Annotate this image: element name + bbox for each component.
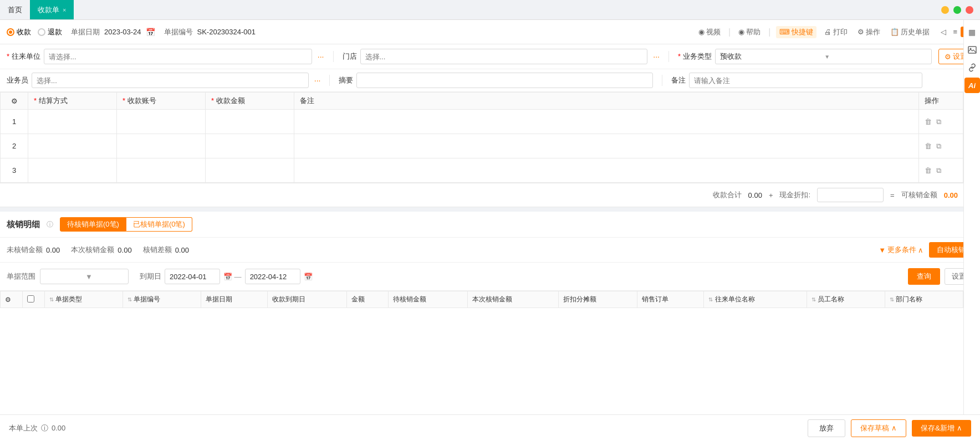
row-settlement-1[interactable] [28, 110, 117, 134]
help-button[interactable]: ◉ 帮助 [736, 26, 763, 38]
row-settlement-3[interactable] [28, 158, 117, 183]
range-filter-group: 单据范围 ▼ [7, 269, 129, 284]
calendar-icon[interactable]: 📅 [146, 28, 155, 37]
range-label: 单据范围 [7, 271, 35, 281]
footer: 本单上次 ⓘ 0.00 放弃 保存草稿 ∧ 保存&新增 ∧ [0, 414, 980, 441]
bottom-col-settings[interactable]: ⚙ [1, 291, 23, 308]
row-remark-1[interactable] [294, 110, 919, 134]
bottom-col-checkbox[interactable] [23, 291, 45, 308]
bottom-col-amount: 金额 [346, 291, 389, 308]
biz-type-label: 业务类型 [678, 52, 712, 61]
remark-input[interactable] [689, 73, 922, 88]
row-ops-2: 🗑 ⧉ [919, 134, 963, 158]
col-header-ops: 操作 [919, 93, 963, 110]
filter-icon: ▼ [879, 246, 886, 254]
window-controls [941, 6, 980, 14]
divider-3 [329, 75, 330, 86]
bottom-col-counterparty: ⇅ 往来单位名称 [704, 291, 807, 308]
row-delete-icon-1[interactable]: 🗑 [923, 116, 933, 127]
row-copy-icon-2[interactable]: ⧉ [935, 141, 942, 151]
recon-header: 核销明细 ⓘ 待核销单据(0笔) 已核销单据(0笔) [0, 212, 980, 238]
tab-close-icon[interactable]: × [63, 7, 66, 13]
range-select[interactable]: ▼ [40, 269, 129, 284]
receipt-type-radio-group: 收款 退款 [7, 27, 62, 37]
tab-receipt[interactable]: 收款单 × [30, 0, 74, 19]
row-account-2[interactable] [117, 134, 206, 158]
row-remark-3[interactable] [294, 158, 919, 183]
counterparty-input[interactable] [44, 49, 312, 64]
sidebar-link-icon[interactable] [964, 60, 980, 75]
window-close-button[interactable] [966, 6, 973, 14]
summary-input[interactable] [356, 73, 652, 88]
shortcut-button[interactable]: ⌨ 快捷键 [776, 26, 816, 38]
row-remark-2[interactable] [294, 134, 919, 158]
staff-input[interactable] [32, 73, 309, 88]
row-copy-icon-1[interactable]: ⧉ [935, 116, 942, 127]
biz-type-arrow-icon: ▼ [824, 54, 927, 60]
radio-receipt[interactable]: 收款 [7, 27, 31, 37]
bottom-col-pending: 待核销金额 [389, 291, 467, 308]
save-new-button[interactable]: 保存&新增 ∧ [912, 420, 971, 437]
divider-1 [333, 51, 334, 62]
row-amount-2[interactable] [206, 134, 294, 158]
history-button[interactable]: 📋 历史单据 [888, 26, 932, 38]
row-delete-icon-2[interactable]: 🗑 [923, 141, 933, 151]
tab-home[interactable]: 首页 [0, 0, 30, 19]
recon-title: 核销明细 [7, 219, 40, 230]
footer-info-icon: ⓘ [41, 423, 48, 433]
footer-info-label: 本单上次 [9, 423, 38, 433]
col-header-settings[interactable]: ⚙ [1, 93, 28, 110]
bottom-col-doc-date: 单据日期 [201, 291, 268, 308]
row-delete-icon-3[interactable]: 🗑 [923, 165, 933, 176]
view-list-button[interactable]: ◁ [937, 27, 950, 37]
sidebar-ai-icon[interactable]: Ai [964, 78, 980, 93]
row-amount-1[interactable] [206, 110, 294, 134]
select-all-checkbox[interactable] [27, 295, 34, 302]
date-to-calendar-icon[interactable]: 📅 [304, 273, 313, 281]
bottom-col-staff: ⇅ 员工名称 [807, 291, 885, 308]
recon-info-icon[interactable]: ⓘ [47, 220, 53, 229]
table-container: ⚙ 结算方式 收款账号 收款金额 备注 操作 1 [0, 92, 980, 183]
ops-button[interactable]: ⚙ 操作 [855, 26, 882, 38]
footer-info-value: 0.00 [52, 424, 65, 432]
window-min-button[interactable] [941, 6, 949, 14]
window-max-button[interactable] [953, 6, 961, 14]
discard-button[interactable]: 放弃 [808, 419, 845, 437]
print-button[interactable]: 🖨 打印 [822, 26, 850, 38]
date-from-input[interactable] [165, 269, 220, 284]
staff-more-icon[interactable]: ··· [314, 76, 321, 85]
video-icon: ◉ [698, 28, 705, 36]
save-draft-button[interactable]: 保存草稿 ∧ [851, 419, 906, 437]
radio-receipt-label: 收款 [17, 27, 31, 37]
table-row: 3 🗑 ⧉ [1, 158, 963, 183]
query-button[interactable]: 查询 [908, 268, 940, 285]
row-settlement-2[interactable] [28, 134, 117, 158]
store-input[interactable] [360, 49, 648, 64]
radio-refund[interactable]: 退款 [38, 27, 62, 37]
row-copy-icon-3[interactable]: ⧉ [935, 165, 942, 176]
discount-input[interactable] [817, 188, 884, 202]
row-account-3[interactable] [117, 158, 206, 183]
tab-pending[interactable]: 待核销单据(0笔) [60, 217, 126, 232]
bottom-col-due-date: 收款到期日 [268, 291, 346, 308]
unverified-label: 未核销金额 [7, 245, 43, 255]
sidebar-image-icon[interactable] [964, 42, 980, 58]
row-amount-3[interactable] [206, 158, 294, 183]
save-draft-label: 保存草稿 [860, 423, 889, 433]
view-list-icon[interactable]: ≡ [950, 27, 961, 37]
counterparty-more-icon[interactable]: ··· [318, 52, 324, 61]
sidebar-table-icon[interactable]: ▦ [964, 24, 980, 40]
radio-refund-label: 退款 [48, 27, 62, 37]
store-more-icon[interactable]: ··· [653, 52, 660, 61]
row-ops-1: 🗑 ⧉ [919, 110, 963, 134]
more-filter-button[interactable]: ▼ 更多条件 ∧ [879, 245, 923, 255]
avail-value: 0.00 [944, 191, 958, 199]
row-account-1[interactable] [117, 110, 206, 134]
date-to-input[interactable] [245, 269, 300, 284]
unverified-value: 0.00 [46, 246, 60, 254]
tab-done[interactable]: 已核销单据(0笔) [126, 217, 192, 232]
video-button[interactable]: ◉ 视频 [696, 26, 723, 38]
svg-rect-0 [968, 47, 976, 53]
biz-type-select[interactable]: 预收款 ▼ [715, 49, 932, 64]
main-content: 收款 退款 单据日期 2023-03-24 📅 单据编号 SK-20230324… [0, 20, 980, 441]
